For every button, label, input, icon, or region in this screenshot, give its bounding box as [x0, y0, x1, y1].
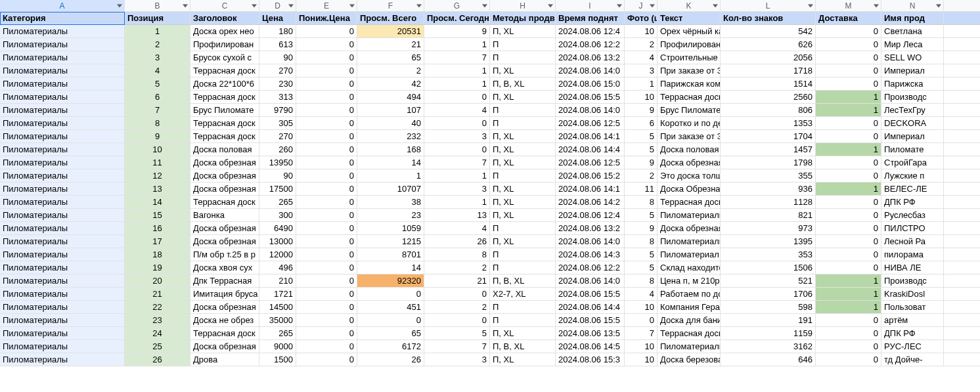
seller-cell[interactable]: Производс [881, 274, 944, 288]
time-cell[interactable]: 2024.08.06 14:1 [556, 130, 625, 143]
price-cell[interactable]: 305 [259, 117, 296, 130]
lowprice-cell[interactable]: 0 [296, 209, 357, 222]
blank-cell[interactable] [944, 77, 980, 91]
category-cell[interactable]: Пиломатериалы [0, 64, 125, 77]
column-header-B[interactable]: B [125, 0, 190, 12]
views-today-cell[interactable]: 3 [424, 130, 490, 143]
views-today-cell[interactable]: 1 [424, 77, 490, 91]
lowprice-cell[interactable]: 0 [296, 248, 357, 261]
price-cell[interactable]: 17500 [259, 183, 296, 196]
category-cell[interactable]: Пиломатериалы [0, 25, 125, 38]
chars-cell[interactable]: 3162 [721, 340, 816, 353]
views-total-cell[interactable]: 92320 [357, 274, 424, 288]
category-cell[interactable]: Пиломатериалы [0, 156, 125, 169]
blank-cell[interactable] [944, 288, 980, 301]
seller-cell[interactable]: ЛесТехГру [881, 104, 944, 117]
delivery-cell[interactable]: 0 [816, 38, 881, 51]
title-cell[interactable]: Доска обрезная [190, 183, 259, 196]
text-cell[interactable]: Брус Пиломатериалы [657, 104, 721, 117]
title-cell[interactable]: Профилирован [190, 38, 259, 51]
time-cell[interactable]: 2024.08.06 12:4 [556, 25, 625, 38]
category-cell[interactable]: Пиломатериалы [0, 91, 125, 104]
promo-cell[interactable]: П, XL [490, 143, 556, 156]
views-today-cell[interactable]: 26 [424, 235, 490, 248]
views-total-cell[interactable]: 107 [357, 104, 424, 117]
photo-cell[interactable]: 9 [625, 222, 657, 235]
photo-cell[interactable]: 6 [625, 117, 657, 130]
promo-cell[interactable]: П, В, XL [490, 274, 556, 288]
column-header-I[interactable]: I [556, 0, 625, 12]
text-cell[interactable]: Коротко и по делу: Пр [657, 117, 721, 130]
text-cell[interactable]: Работаем по договору [657, 288, 721, 301]
delivery-cell[interactable]: 0 [816, 261, 881, 274]
text-cell[interactable]: Доска Обрезная — Ре [657, 183, 721, 196]
views-total-cell[interactable]: 21 [357, 38, 424, 51]
photo-cell[interactable]: 4 [625, 51, 657, 64]
category-cell[interactable]: Пиломатериалы [0, 274, 125, 288]
delivery-cell[interactable]: 1 [816, 143, 881, 156]
table-header[interactable]: Кол-во знаков [721, 12, 816, 25]
text-cell[interactable]: Склад находится в г. С [657, 261, 721, 274]
views-total-cell[interactable]: 65 [357, 51, 424, 64]
delivery-cell[interactable]: 0 [816, 77, 881, 91]
category-cell[interactable]: Пиломатериалы [0, 196, 125, 209]
delivery-cell[interactable]: 1 [816, 183, 881, 196]
price-cell[interactable]: 1500 [259, 353, 296, 366]
photo-cell[interactable]: 5 [625, 143, 657, 156]
category-cell[interactable]: Пиломатериалы [0, 288, 125, 301]
price-cell[interactable]: 12000 [259, 248, 296, 261]
time-cell[interactable]: 2024.08.06 14:0 [556, 104, 625, 117]
price-cell[interactable]: 230 [259, 77, 296, 91]
position-cell[interactable]: 12 [125, 169, 190, 183]
blank-cell[interactable] [944, 91, 980, 104]
delivery-cell[interactable]: 0 [816, 117, 881, 130]
category-cell[interactable]: Пиломатериалы [0, 353, 125, 366]
time-cell[interactable]: 2024.08.06 14:0 [556, 274, 625, 288]
title-cell[interactable]: Доска 22*100*6 [190, 77, 259, 91]
promo-cell[interactable]: П, XL [490, 156, 556, 169]
seller-cell[interactable]: Лесной Ра [881, 235, 944, 248]
text-cell[interactable]: Террасная доска дпк п [657, 327, 721, 340]
title-cell[interactable]: Доска орех нео [190, 25, 259, 38]
category-cell[interactable]: Пиломатериалы [0, 327, 125, 340]
price-cell[interactable]: 270 [259, 64, 296, 77]
chars-cell[interactable]: 355 [721, 169, 816, 183]
title-cell[interactable]: Дпк Террасная [190, 274, 259, 288]
seller-cell[interactable]: НИВА ЛЕ [881, 261, 944, 274]
text-cell[interactable]: Пиломатериалы напря [657, 209, 721, 222]
delivery-cell[interactable]: 0 [816, 51, 881, 64]
column-header-N[interactable]: N [881, 0, 944, 12]
promo-cell[interactable]: П [490, 222, 556, 235]
promo-cell[interactable]: П [490, 104, 556, 117]
seller-cell[interactable]: Руслесбаз [881, 209, 944, 222]
blank-cell[interactable] [944, 196, 980, 209]
position-cell[interactable]: 8 [125, 117, 190, 130]
promo-cell[interactable]: П, XL [490, 196, 556, 209]
filter-icon[interactable] [183, 4, 188, 7]
views-today-cell[interactable]: 8 [424, 248, 490, 261]
lowprice-cell[interactable]: 0 [296, 104, 357, 117]
table-header[interactable]: Доставка [816, 12, 881, 25]
lowprice-cell[interactable]: 0 [296, 156, 357, 169]
views-total-cell[interactable]: 2 [357, 64, 424, 77]
chars-cell[interactable]: 973 [721, 222, 816, 235]
chars-cell[interactable]: 521 [721, 274, 816, 288]
views-today-cell[interactable]: 13 [424, 209, 490, 222]
views-today-cell[interactable]: 1 [424, 169, 490, 183]
chars-cell[interactable]: 1798 [721, 156, 816, 169]
time-cell[interactable]: 2024.08.06 12:5 [556, 117, 625, 130]
column-header-F[interactable]: F [357, 0, 424, 12]
filter-icon[interactable] [874, 4, 879, 7]
category-cell[interactable]: Пиломатериалы [0, 104, 125, 117]
price-cell[interactable]: 265 [259, 196, 296, 209]
text-cell[interactable]: При заказе от 30 м2 Д [657, 130, 721, 143]
time-cell[interactable]: 2024.08.06 15:0 [556, 77, 625, 91]
price-cell[interactable]: 313 [259, 91, 296, 104]
chars-cell[interactable]: 598 [721, 301, 816, 314]
position-cell[interactable]: 16 [125, 222, 190, 235]
table-header[interactable]: Цена [259, 12, 296, 25]
text-cell[interactable]: Террасная доска дпк. [657, 91, 721, 104]
text-cell[interactable]: Пиломатериалы Доска [657, 340, 721, 353]
filter-icon[interactable] [117, 4, 122, 7]
delivery-cell[interactable]: 0 [816, 209, 881, 222]
